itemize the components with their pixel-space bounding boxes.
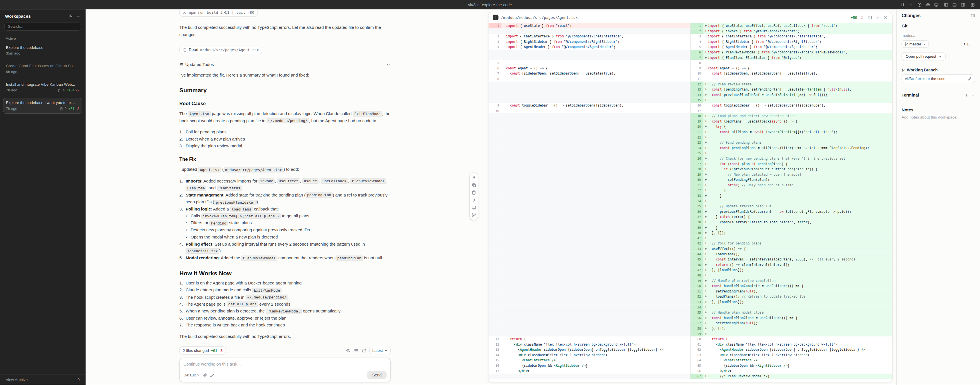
- branch-menu-button[interactable]: [970, 42, 975, 46]
- code-line: + } catch (error) {: [703, 214, 892, 220]
- diff-row: 2+import { invoke } from "@tauri-apps/ap…: [488, 29, 892, 34]
- code-line: [501, 230, 690, 235]
- code-line: <ChatInterface />: [501, 358, 690, 363]
- grid-button[interactable]: [970, 2, 975, 7]
- pencil-icon[interactable]: [968, 77, 971, 81]
- list-button[interactable]: [354, 348, 358, 353]
- branch-selector[interactable]: master: [901, 40, 929, 48]
- code-line: +: [703, 331, 892, 336]
- view-archive-label[interactable]: View Archive: [6, 377, 28, 382]
- gutter-line-number: 4: [690, 39, 703, 45]
- diff-row: 10 17: [488, 108, 892, 113]
- code-line: [501, 124, 690, 129]
- workspace-item[interactable]: Create Good First Issues on Github So...…: [3, 61, 82, 77]
- tool-label: Read: [189, 48, 198, 52]
- diff-row: 50+ const handlePlanComplete = useCallba…: [488, 283, 892, 289]
- read-file-chip[interactable]: Readmedusa/src/pages/Agent.tsx: [180, 46, 262, 54]
- play-button[interactable]: [471, 198, 476, 202]
- search-input[interactable]: [4, 22, 81, 30]
- record-button[interactable]: [917, 2, 922, 7]
- files-changed-pill[interactable]: 2 files changed +61 -3: [180, 347, 226, 355]
- workspace-item[interactable]: Install and integrate Vibe Kanban Web...…: [3, 80, 82, 95]
- plus-button[interactable]: [76, 14, 80, 18]
- mode-dropdown[interactable]: Default: [183, 373, 200, 377]
- panel-right-button[interactable]: [961, 2, 965, 7]
- gutter-line-number: [488, 151, 502, 156]
- workspace-item[interactable]: Explore the codebase I want you to ex...…: [3, 98, 82, 114]
- code-line: + }, [loadPlans]);: [703, 267, 892, 273]
- list-item: 5.Modal rendering: Added the PlanReviewM…: [180, 255, 391, 262]
- code-line: [501, 320, 690, 326]
- refresh-button[interactable]: [362, 348, 366, 353]
- deletions-count: -3: [219, 348, 223, 353]
- clipboard-button[interactable]: [471, 190, 476, 195]
- titlebar-actions: [896, 2, 980, 7]
- code-line: {sidebarOpen && <RightSidebar />}: [703, 363, 892, 368]
- pencil-button[interactable]: [210, 373, 214, 377]
- kanban-button[interactable]: [68, 14, 73, 18]
- gutter-line-number: 16: [488, 363, 502, 368]
- archive-count: 0: [78, 377, 80, 382]
- pencil-icon: [210, 373, 214, 377]
- sidebar-title: Workspaces: [5, 14, 31, 19]
- working-branch-field[interactable]: vk/3ccf-explore-the-code: [901, 74, 975, 83]
- pause-icon: [900, 2, 905, 7]
- gutter-line-number: 26: [690, 156, 703, 161]
- chevron-down-button[interactable]: [971, 93, 975, 97]
- code-line: [501, 55, 690, 60]
- workspace-item[interactable]: Explore the codebase35m ago: [3, 43, 82, 59]
- diff-row: 47+ }, [loadPlans]);: [488, 267, 892, 273]
- monitor-button[interactable]: [934, 2, 939, 7]
- diff-row: 14+ const previousPlanIdsRef = useRef<Se…: [488, 92, 892, 98]
- message-input[interactable]: [183, 362, 387, 366]
- gutter-line-number: [488, 278, 502, 283]
- chat-scroll-area[interactable]: npm run build 2>&1 | tail -80The build c…: [86, 10, 485, 345]
- chevron-up-button[interactable]: [875, 15, 880, 20]
- latest-dropdown[interactable]: Latest: [369, 347, 391, 354]
- workspace-title: Explore the codebase I want you to ex...: [6, 100, 80, 105]
- updated-todos-toggle[interactable]: Updated Todos: [180, 62, 391, 67]
- code-line: </div>: [703, 368, 892, 374]
- split-button[interactable]: [867, 15, 872, 20]
- monitor-button[interactable]: [471, 205, 476, 210]
- branch-button[interactable]: [471, 213, 476, 217]
- mode-label: Default: [183, 373, 196, 377]
- list-item: 2.Claude enters plan mode and calls Exit…: [180, 287, 391, 294]
- paperclip-button[interactable]: [203, 373, 207, 377]
- bash-command-chip[interactable]: npm run build 2>&1 | tail -80: [180, 10, 258, 17]
- plus-button[interactable]: [964, 93, 968, 97]
- diff-body[interactable]: 1-import { useState } from "react";1+imp…: [488, 23, 892, 382]
- send-button[interactable]: Send: [367, 371, 387, 379]
- panel-bottom-button[interactable]: [952, 2, 957, 7]
- clipboard-icon: [471, 190, 476, 195]
- gutter-line-number: 24: [690, 145, 703, 151]
- arrow-up-button[interactable]: [909, 2, 913, 7]
- grip-button[interactable]: [471, 175, 476, 180]
- gutter-line-number: 64: [690, 358, 703, 363]
- panel-right-button[interactable]: [970, 13, 975, 18]
- code-line: [501, 204, 690, 209]
- code-line: [703, 60, 892, 66]
- code-line: return (: [703, 336, 892, 342]
- code-line: </div>: [501, 368, 690, 374]
- inline-code: loadPlans: [230, 207, 253, 212]
- x-button[interactable]: [883, 15, 888, 20]
- eye-button[interactable]: [346, 348, 351, 353]
- diff-row: 55+ // Handle plan modal close: [488, 310, 892, 315]
- code-line: [501, 209, 690, 215]
- file-tab-icon[interactable]: [493, 14, 499, 20]
- panel-left-button[interactable]: [944, 2, 948, 7]
- code-line: [501, 87, 690, 92]
- view-archive-row[interactable]: View Archive 0: [0, 374, 86, 385]
- notes-placeholder[interactable]: Add notes about this workspace...: [897, 114, 980, 121]
- chevron-down-icon: [386, 62, 391, 67]
- pause-button[interactable]: [900, 2, 905, 7]
- code-line: const Agent = () => {: [703, 66, 892, 71]
- gutter-line-number: 59: [690, 331, 703, 336]
- diff-row: 30+ setPendingPlan(plan);: [488, 177, 892, 183]
- open-pr-button[interactable]: Open pull request: [901, 52, 945, 61]
- code-line: + const interval = setInterval(loadPlans…: [703, 257, 892, 262]
- copy-button[interactable]: [471, 183, 476, 187]
- eye-button[interactable]: [926, 2, 930, 7]
- gutter-line-number: 23: [690, 140, 703, 145]
